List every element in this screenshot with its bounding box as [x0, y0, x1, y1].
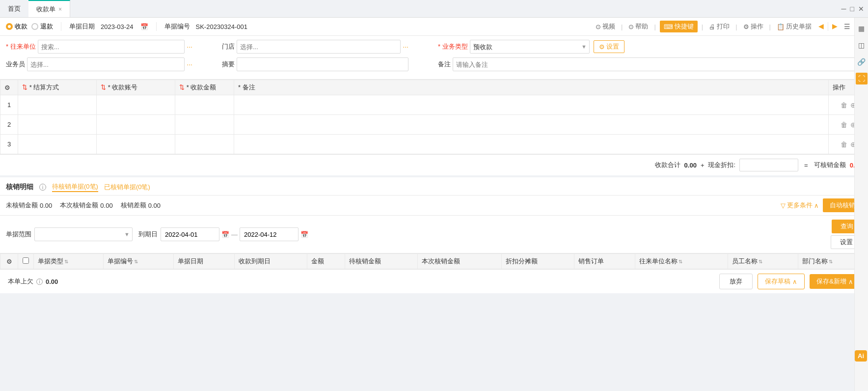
- rth-checkbox[interactable]: [18, 254, 34, 269]
- rth-gear[interactable]: ⚙: [0, 254, 18, 269]
- bottom-info-icon[interactable]: i: [36, 279, 43, 285]
- row-2-settle[interactable]: [18, 115, 97, 135]
- bottom-bar: 本单上欠 i 0.00 放弃 保存草稿 ∧ 保存&新增 ∧: [0, 269, 868, 293]
- row-2-remark[interactable]: [234, 115, 829, 135]
- save-label: 保存&新增: [816, 277, 846, 286]
- sidebar-table-icon[interactable]: ▦: [856, 23, 868, 34]
- calendar-icon[interactable]: 📅: [140, 23, 148, 30]
- operation-icon: ⚙: [743, 23, 749, 30]
- row-1-settle[interactable]: [18, 95, 97, 115]
- history-icon: 📋: [777, 23, 785, 30]
- recon-info-icon[interactable]: i: [39, 184, 46, 191]
- nav-prev[interactable]: ◀: [817, 22, 825, 31]
- date-calendar-start[interactable]: 📅: [221, 231, 229, 238]
- abandon-btn[interactable]: 放弃: [719, 274, 753, 289]
- partner-label: * 往来单位: [6, 42, 36, 51]
- discount-input[interactable]: [739, 159, 798, 171]
- recon-actions: ▽ 更多条件 ∧ 自动核销: [781, 198, 862, 212]
- shortcut-label: 快捷键: [675, 22, 694, 31]
- range-select[interactable]: [34, 227, 133, 241]
- shop-field: 门店 ···: [222, 40, 408, 54]
- current-value: 0.00: [100, 202, 112, 209]
- date-calendar-end[interactable]: 📅: [300, 231, 308, 238]
- radio-receipt[interactable]: 收款: [6, 22, 27, 31]
- summary-input[interactable]: [237, 57, 408, 71]
- bottom-label: 本单上欠: [8, 277, 33, 286]
- rth-number: 单据编号⇅: [104, 254, 173, 269]
- shop-more-btn[interactable]: ···: [403, 43, 408, 51]
- th-account-label: * 收款账号: [108, 84, 138, 91]
- recon-table: ⚙ 单据类型⇅ 单据编号⇅ 单据日期 收款到期日 金额 待核销金额 本次核销金额…: [0, 253, 868, 269]
- date-end-input[interactable]: [240, 227, 298, 241]
- salesperson-input[interactable]: [27, 57, 185, 71]
- range-field: 单据范围 ▼: [6, 227, 133, 241]
- rth-sale-order: 销售订单: [574, 254, 635, 269]
- th-gear[interactable]: ⚙: [0, 80, 18, 95]
- sidebar-link-icon[interactable]: 🔗: [856, 56, 868, 68]
- rth-discount: 折扣分摊额: [502, 254, 574, 269]
- th-account: ⇅ * 收款账号: [97, 80, 175, 95]
- row-1-delete-icon[interactable]: 🗑: [841, 101, 847, 109]
- tab-close-icon[interactable]: ×: [58, 6, 62, 13]
- help-icon: ⊙: [628, 23, 634, 30]
- row-2-delete-icon[interactable]: 🗑: [841, 121, 847, 129]
- sidebar-expand-icon[interactable]: ⛶: [856, 73, 868, 84]
- select-all-checkbox[interactable]: [23, 257, 29, 264]
- video-btn[interactable]: ⊙ 视频: [594, 21, 617, 32]
- shop-input[interactable]: [237, 40, 401, 54]
- row-1-remark[interactable]: [234, 95, 829, 115]
- tab-done[interactable]: 已核销单据(0笔): [104, 183, 150, 192]
- save-new-btn[interactable]: 保存&新增 ∧: [810, 274, 860, 289]
- view-list-icon[interactable]: ☰: [842, 23, 852, 30]
- divider-2: [156, 22, 157, 31]
- sidebar-doc-icon[interactable]: ◫: [856, 39, 868, 51]
- tab-receipt[interactable]: 收款单 ×: [28, 0, 70, 17]
- settings-button[interactable]: ⚙ 设置: [594, 40, 624, 53]
- row-2-amount[interactable]: [175, 115, 234, 135]
- help-btn[interactable]: ⊙ 帮助: [626, 21, 650, 32]
- row-3-settle[interactable]: [18, 135, 97, 154]
- row-3-account[interactable]: [97, 135, 175, 154]
- home-label: 首页: [8, 4, 21, 13]
- row-2-account[interactable]: [97, 115, 175, 135]
- maximize-btn[interactable]: □: [850, 5, 854, 13]
- range-select-wrap: ▼: [34, 227, 133, 241]
- row-3-amount[interactable]: [175, 135, 234, 154]
- shortcut-btn[interactable]: ⌨ 快捷键: [660, 21, 698, 32]
- salesperson-more-btn[interactable]: ···: [187, 60, 192, 68]
- row-1-num: 1: [0, 95, 18, 115]
- minimize-btn[interactable]: ─: [841, 5, 846, 13]
- draft-btn[interactable]: 保存草稿 ∧: [758, 274, 805, 289]
- print-btn[interactable]: 🖨 打印: [707, 21, 732, 32]
- biztype-select[interactable]: 预收款: [470, 40, 590, 54]
- row-3-delete-icon[interactable]: 🗑: [841, 140, 847, 148]
- operation-btn[interactable]: ⚙ 操作: [741, 21, 765, 32]
- recon-section: 核销明细 i 待核销单据(0笔) 已核销单据(0笔) 未核销金额 0.00 本次…: [0, 175, 868, 269]
- nav-next[interactable]: ▶: [831, 22, 839, 31]
- date-label: 单据日期: [69, 22, 95, 31]
- th-amount-label: * 收款金额: [187, 84, 217, 91]
- date-value: 2023-03-24: [101, 23, 134, 30]
- biztype-label: * 业务类型: [438, 42, 468, 51]
- tab-pending[interactable]: 待核销单据(0笔): [52, 182, 98, 192]
- close-btn[interactable]: ✕: [858, 5, 864, 13]
- date-start-input[interactable]: [161, 227, 219, 241]
- row-1-account[interactable]: [97, 95, 175, 115]
- ai-btn[interactable]: Ai: [855, 350, 867, 362]
- row-1-amount[interactable]: [175, 95, 234, 115]
- shortcut-icon: ⌨: [664, 23, 673, 30]
- due-label: 到期日: [138, 230, 158, 239]
- row-3-remark[interactable]: [234, 135, 829, 154]
- th-remark-label: * 备注: [238, 84, 255, 91]
- draft-chevron-icon: ∧: [792, 278, 797, 285]
- history-btn[interactable]: 📋 历史单据: [775, 21, 814, 32]
- remark-input[interactable]: [453, 57, 862, 71]
- rth-date: 单据日期: [173, 254, 234, 269]
- more-conditions-btn[interactable]: ▽ 更多条件 ∧: [781, 201, 819, 210]
- radio-refund[interactable]: 退款: [31, 22, 53, 31]
- tab-home[interactable]: 首页: [0, 0, 28, 17]
- plus-sign: +: [701, 162, 705, 169]
- partner-more-btn[interactable]: ···: [187, 43, 192, 51]
- partner-input[interactable]: [38, 40, 185, 54]
- discount-label: 现金折扣:: [708, 161, 735, 169]
